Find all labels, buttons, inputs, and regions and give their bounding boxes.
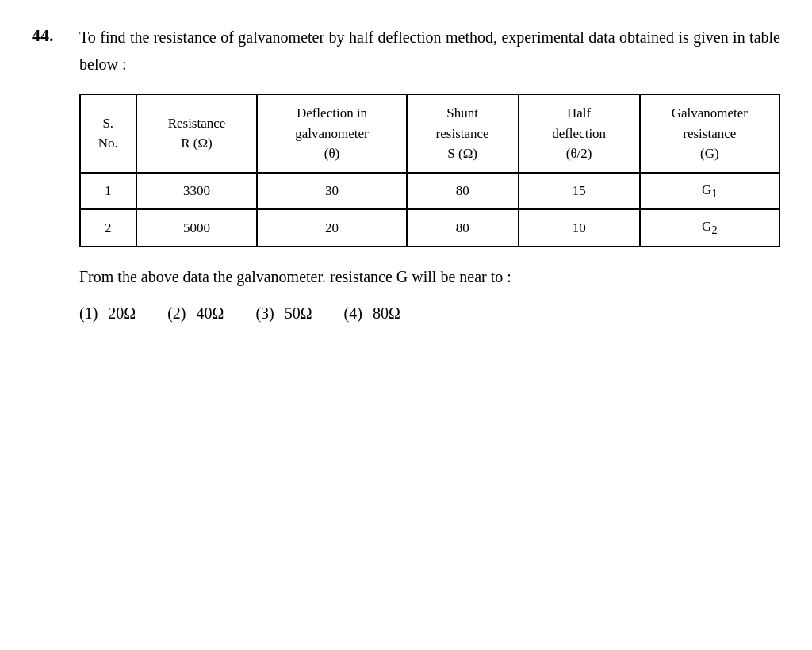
cell-half-deflection-1: 15 <box>519 173 640 210</box>
options-row: (1) 20Ω (2) 40Ω (3) 50Ω (4) 80Ω <box>79 304 780 323</box>
option-3-value: 50Ω <box>285 304 312 323</box>
cell-resistance-1: 3300 <box>136 173 258 210</box>
header-resistance: Resistance R (Ω) <box>136 94 258 173</box>
option-4-number: (4) <box>344 304 362 323</box>
question-text: To find the resistance of galvanometer b… <box>79 24 780 78</box>
cell-sno-1: 1 <box>80 173 136 210</box>
conclusion-text: From the above data the galvanometer. re… <box>79 263 780 290</box>
table-header-row: S. No. Resistance R (Ω) Deflection in ga… <box>80 94 779 173</box>
option-2: (2) 40Ω <box>167 304 224 323</box>
cell-galv-resistance-2: G2 <box>640 209 779 247</box>
cell-shunt-1: 80 <box>407 173 519 210</box>
option-3: (3) 50Ω <box>255 304 312 323</box>
option-1-number: (1) <box>79 304 98 323</box>
header-deflection: Deflection in galvanometer (θ) <box>257 94 406 173</box>
header-half-deflection: Half deflection (θ/2) <box>519 94 640 173</box>
header-sno: S. No. <box>80 94 136 173</box>
question-container: 44. To find the resistance of galvanomet… <box>32 24 780 323</box>
question-number: 44. <box>32 24 79 323</box>
table-row: 1 3300 30 80 15 G1 <box>80 173 779 210</box>
table-row: 2 5000 20 80 10 G2 <box>80 209 779 247</box>
cell-half-deflection-2: 10 <box>519 209 640 247</box>
cell-sno-2: 2 <box>80 209 136 247</box>
cell-deflection-2: 20 <box>257 209 406 247</box>
cell-resistance-2: 5000 <box>136 209 258 247</box>
cell-shunt-2: 80 <box>407 209 519 247</box>
question-body: To find the resistance of galvanometer b… <box>79 24 780 323</box>
cell-galv-resistance-1: G1 <box>640 173 779 210</box>
option-4: (4) 80Ω <box>344 304 400 323</box>
option-1-value: 20Ω <box>108 304 136 323</box>
option-2-number: (2) <box>167 304 186 323</box>
header-shunt: Shunt resistance S (Ω) <box>407 94 519 173</box>
header-galv-resistance: Galvanometer resistance (G) <box>640 94 779 173</box>
option-3-number: (3) <box>255 304 274 323</box>
data-table: S. No. Resistance R (Ω) Deflection in ga… <box>79 94 780 247</box>
cell-deflection-1: 30 <box>257 173 406 210</box>
option-4-value: 80Ω <box>373 304 400 323</box>
option-2-value: 40Ω <box>197 304 224 323</box>
option-1: (1) 20Ω <box>79 304 136 323</box>
